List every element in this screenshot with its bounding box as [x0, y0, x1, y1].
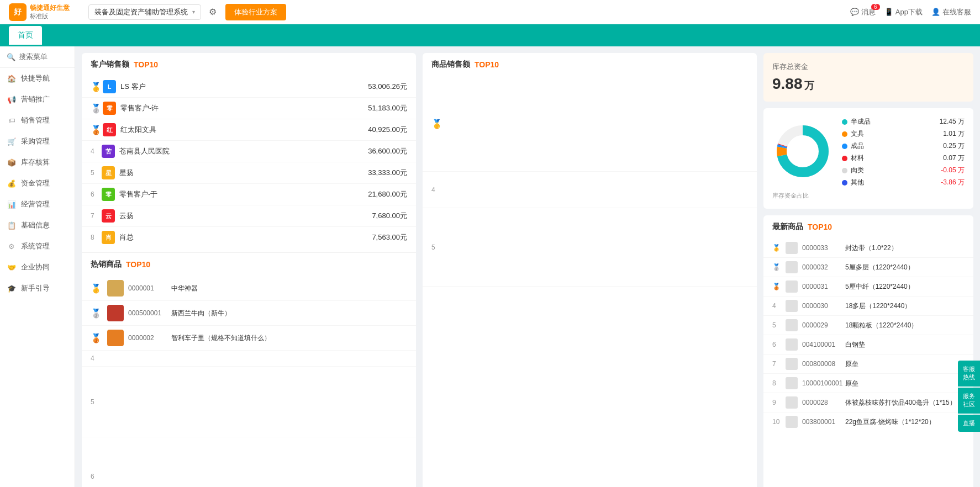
customer-service-button[interactable]: 客服 热线 [958, 361, 980, 387]
sidebar-item-inventory[interactable]: 📦 库存核算 [0, 152, 75, 173]
logo-text: 畅捷通好生意 标准版 [30, 4, 70, 20]
avatar: 星 [102, 166, 115, 179]
messages-badge: 6 [871, 4, 880, 10]
product-icon [786, 396, 798, 409]
bronze-medal-icon: 🥉 [91, 333, 102, 343]
inventory-icon: 📦 [7, 157, 17, 167]
chart-legend: 半成品 12.45 万 文具 1.01 万 [842, 117, 965, 187]
table-row: 5 星 星扬 33,333.00元 [82, 162, 416, 184]
service-icon: 👤 [931, 8, 940, 16]
sidebar-item-system[interactable]: ⚙ 系统管理 [0, 236, 75, 257]
logo-icon: 好 [9, 3, 27, 21]
list-item: 7 000800008 原垒 [763, 354, 973, 374]
product-thumbnail [107, 280, 124, 297]
product-icon [786, 261, 798, 273]
table-row: 4 苦 苍南县人民医院 36,600.00元 [82, 141, 416, 162]
donut-chart [772, 121, 833, 183]
finance-icon: 💰 [7, 178, 17, 188]
live-button[interactable]: 直播 [958, 415, 980, 432]
trial-button[interactable]: 体验行业方案 [225, 4, 286, 20]
product-sales-header: 商品销售额 TOP10 [423, 53, 757, 76]
sidebar-item-guide[interactable]: 🎓 新手引导 [0, 278, 75, 299]
sidebar: 🔍 搜索菜单 🏠 快捷导航 📢 营销推广 🏷 销售管理 🛒 采购管理 📦 [0, 46, 75, 487]
online-service-button[interactable]: 👤 在线客服 [931, 7, 971, 17]
sidebar-item-finance[interactable]: 💰 资金管理 [0, 173, 75, 194]
right-panel: 库存总资金 9.88 万 [763, 53, 973, 487]
purchase-icon: 🛒 [7, 136, 17, 146]
product-icon [786, 338, 798, 351]
legend-dot [842, 144, 847, 149]
bronze-medal-icon: 🥉 [91, 125, 102, 135]
silver-medal-icon: 🥈 [91, 308, 102, 319]
sidebar-item-sales[interactable]: 🏷 销售管理 [0, 110, 75, 131]
product-icon [786, 300, 798, 312]
legend-dot [842, 156, 847, 161]
list-item: 10 003800001 22g鱼豆腐-烧烤味（1*12*20） [763, 412, 973, 431]
avatar: L [103, 80, 116, 93]
nav-bar: 首页 [0, 24, 980, 46]
list-item: 4 01 45# [82, 351, 416, 367]
legend-dot [842, 119, 847, 125]
donut-area: 半成品 12.45 万 文具 1.01 万 [772, 117, 965, 187]
product-sales-card: 商品销售额 TOP10 🥇 LA-089 电池盖 LA-089 ABS本色+黑种… [423, 53, 757, 487]
sidebar-item-collab[interactable]: 🤝 企业协同 [0, 257, 75, 278]
sidebar-item-purchase[interactable]: 🛒 采购管理 [0, 131, 75, 152]
list-item: 8 10000100001 原垒 [763, 374, 973, 393]
avatar: 红 [103, 123, 116, 136]
stock-total-value: 9.88 万 [772, 75, 965, 93]
avatar: 云 [102, 209, 115, 223]
list-item: 5 LA-056-1B 056-1B白色按键开关壳ABS2壳 [82, 367, 416, 437]
system-selector[interactable]: 装备及固定资产辅助管理系统 ▾ [88, 4, 201, 20]
legend-dot [842, 180, 847, 186]
list-item: 🥈 000500001 新西兰牛肉（新牛） [82, 301, 416, 326]
legend-item: 半成品 12.45 万 [842, 117, 965, 126]
product-icon [786, 358, 798, 370]
product-icon [786, 319, 798, 331]
search-icon: 🔍 [7, 53, 15, 61]
settings-icon[interactable]: ⚙ [204, 4, 221, 20]
stock-chart-card: 半成品 12.45 万 文具 1.01 万 [763, 108, 973, 209]
avatar: 肖 [102, 231, 115, 244]
basics-icon: 📋 [7, 220, 17, 230]
list-item: 🥇 LA-089 电池盖 LA-089 ABS本色+黑种 7.1 克 [423, 76, 757, 172]
table-row: 8 肖 肖总 7,563.00元 [82, 227, 416, 248]
table-row: 🥈 零 零售客户-许 51,183.00元 [82, 98, 416, 119]
list-item: 5 LA-056-1A 056-1A白色按键开关盖ABS 3壳 [423, 208, 757, 287]
product-icon [786, 242, 798, 254]
list-item: 6 0000017 10S 变料罗振 [423, 287, 757, 308]
latest-products-list: 🥇 0000033 封边带（1.0*22） 🥈 0000032 5厘多层（122… [763, 239, 973, 431]
hot-products-list: 🥇 0000001 中华神器 🥈 000500001 新西兰牛肉（新牛） [82, 276, 416, 487]
sidebar-item-marketing[interactable]: 📢 营销推广 [0, 89, 75, 110]
guide-icon: 🎓 [7, 283, 17, 293]
product-icon [786, 377, 798, 389]
avatar: 零 [103, 102, 116, 115]
product-thumbnail [107, 305, 124, 321]
customer-card-header: 客户销售额 TOP10 [82, 53, 416, 76]
marketing-icon: 📢 [7, 94, 17, 104]
messages-button[interactable]: 💬 消息 6 [850, 7, 876, 17]
list-item: 5 0000029 18颗粒板（1220*2440） [763, 316, 973, 335]
legend-item: 材料 0.07 万 [842, 153, 965, 163]
list-item: 🥉 0000031 5厘中纤（1220*2440） [763, 277, 973, 297]
app-download-button[interactable]: 📱 App下载 [884, 7, 923, 17]
search-menu-item[interactable]: 🔍 搜索菜单 [0, 46, 75, 68]
top-right-area: 💬 消息 6 📱 App下载 👤 在线客服 [850, 7, 971, 17]
avatar: 零 [102, 188, 115, 201]
nav-home[interactable]: 首页 [9, 26, 42, 45]
product-icon [786, 416, 798, 428]
operations-icon: 📊 [7, 199, 17, 209]
product-sales-list: 🥇 LA-089 电池盖 LA-089 ABS本色+黑种 7.1 克 4 001… [423, 76, 757, 308]
sidebar-item-quicknav[interactable]: 🏠 快捷导航 [0, 68, 75, 89]
sidebar-item-basics[interactable]: 📋 基础信息 [0, 215, 75, 236]
hot-products-header: 热销商品 TOP10 [82, 252, 416, 276]
main-content: 客户销售额 TOP10 🥇 L LS 客户 53,006.26元 🥈 [75, 46, 980, 487]
list-item: 6 LA-056-1A 056-1A白色按键开关盖ABS 3壳 [82, 437, 416, 487]
legend-dot [842, 168, 847, 173]
list-item: 4 0000030 18多层（1220*2440） [763, 297, 973, 316]
sidebar-item-operations[interactable]: 📊 经营管理 [0, 194, 75, 215]
stock-total-card: 库存总资金 9.88 万 [763, 53, 973, 102]
table-row: 🥉 红 红太阳文具 40,925.00元 [82, 119, 416, 141]
chevron-down-icon: ▾ [192, 9, 195, 15]
gold-medal-icon: 🥇 [91, 82, 102, 92]
community-button[interactable]: 服务 社区 [958, 388, 980, 414]
